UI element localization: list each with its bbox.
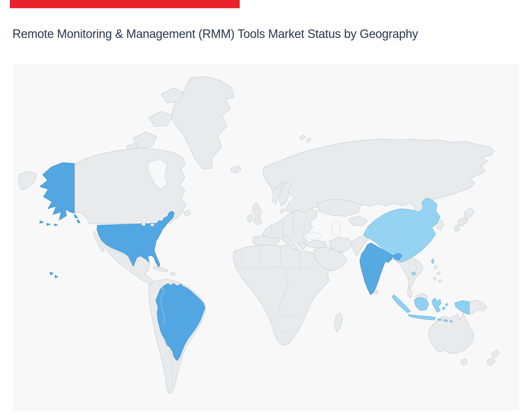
arctic-islands[interactable] bbox=[149, 111, 173, 127]
svalbard[interactable] bbox=[307, 138, 311, 142]
great-lake bbox=[142, 223, 145, 226]
country-philippines[interactable] bbox=[434, 265, 438, 269]
central-asia[interactable] bbox=[348, 216, 367, 226]
country-indonesia-maluku[interactable] bbox=[442, 307, 445, 310]
country-indonesia-java[interactable] bbox=[408, 314, 436, 320]
malay-peninsula[interactable] bbox=[407, 287, 412, 298]
country-new-zealand[interactable] bbox=[487, 357, 495, 366]
country-indonesia-kalimantan[interactable] bbox=[414, 297, 429, 311]
country-papua-new-guinea[interactable] bbox=[469, 300, 487, 314]
world-map bbox=[13, 64, 519, 411]
alaska-panhandle[interactable] bbox=[77, 220, 80, 223]
country-indonesia-maluku[interactable] bbox=[445, 303, 448, 306]
country-ireland[interactable] bbox=[247, 214, 253, 222]
country-philippines[interactable] bbox=[433, 277, 437, 280]
country-philippines[interactable] bbox=[437, 271, 440, 275]
country-madagascar[interactable] bbox=[334, 313, 343, 332]
alaska-aleutians[interactable] bbox=[47, 223, 50, 226]
alaska-aleutians[interactable] bbox=[40, 221, 44, 223]
country-indonesia-lesser-sunda[interactable] bbox=[450, 321, 453, 322]
country-greenland[interactable] bbox=[171, 77, 234, 169]
caspian-sea bbox=[332, 220, 340, 236]
country-china-taiwan[interactable] bbox=[431, 259, 434, 264]
country-australia[interactable] bbox=[428, 313, 474, 354]
country-indonesia-sulawesi[interactable] bbox=[432, 298, 441, 313]
black-sea bbox=[307, 233, 321, 240]
country-canada[interactable] bbox=[184, 210, 191, 216]
island-hispaniola[interactable] bbox=[170, 272, 176, 276]
country-indonesia-papua[interactable] bbox=[455, 300, 469, 314]
country-united-states-alaska[interactable] bbox=[40, 163, 74, 220]
page-title: Remote Monitoring & Management (RMM) Too… bbox=[12, 27, 418, 42]
country-russia[interactable] bbox=[19, 171, 36, 190]
country-philippines[interactable] bbox=[439, 279, 442, 282]
world-map-panel bbox=[13, 64, 519, 411]
country-united-states-hawaii[interactable] bbox=[55, 275, 58, 278]
alaska-panhandle[interactable] bbox=[74, 214, 78, 218]
country-indonesia-lesser-sunda[interactable] bbox=[443, 320, 448, 321]
country-australia[interactable] bbox=[461, 359, 467, 365]
great-lake bbox=[146, 221, 150, 224]
country-iceland[interactable] bbox=[231, 166, 241, 173]
top-accent-bar bbox=[10, 0, 240, 8]
svalbard[interactable] bbox=[299, 135, 306, 140]
alaska-aleutians[interactable] bbox=[54, 224, 58, 226]
country-cuba[interactable] bbox=[153, 266, 168, 272]
country-russia[interactable] bbox=[263, 139, 495, 215]
country-sri-lanka[interactable] bbox=[375, 290, 378, 295]
country-united-kingdom[interactable] bbox=[253, 202, 262, 225]
country-new-zealand[interactable] bbox=[492, 350, 499, 357]
country-denmark[interactable] bbox=[280, 208, 285, 213]
great-lake bbox=[151, 224, 154, 226]
country-indonesia-lesser-sunda[interactable] bbox=[438, 319, 441, 320]
great-lake bbox=[136, 221, 141, 224]
country-united-states-hawaii[interactable] bbox=[50, 272, 53, 275]
country-japan[interactable] bbox=[454, 225, 460, 232]
great-lake bbox=[155, 221, 157, 223]
country-indonesia-sumatra[interactable] bbox=[392, 295, 410, 313]
